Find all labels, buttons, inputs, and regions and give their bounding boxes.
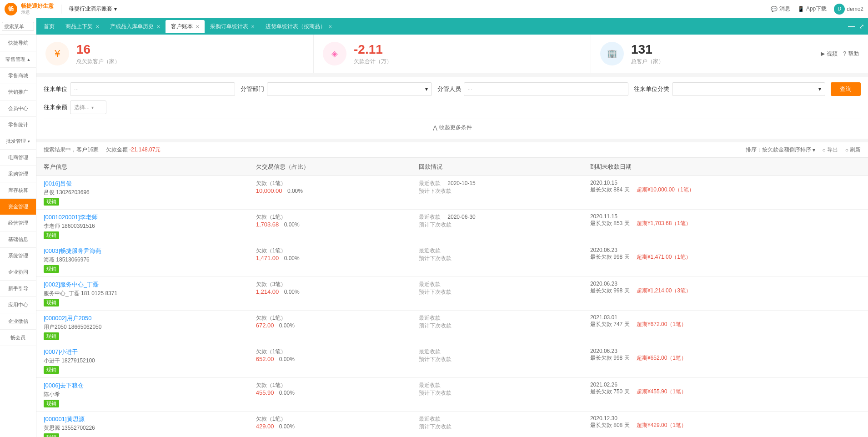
next-collection-label: 预计下次收款	[419, 221, 452, 228]
query-button[interactable]: 查询	[831, 82, 861, 96]
tab-home[interactable]: 首页	[38, 20, 60, 33]
sidebar-label: 应用中心	[8, 302, 28, 307]
sidebar-label: 采购管理	[8, 171, 28, 176]
sidebar-label: 新手引导	[8, 286, 28, 291]
next-collection-row: 预计下次收款	[419, 288, 576, 296]
sidebar-label: 企业协同	[8, 269, 28, 275]
sidebar-label: 快捷导航	[8, 40, 28, 45]
result-summary-text: 搜索结果中，客户16家	[44, 146, 99, 153]
overdue-amount-link[interactable]: 超期¥1,214.00（3笔）	[637, 287, 691, 294]
customer-name-link[interactable]: [0003]畅捷服务尹海燕	[44, 247, 101, 254]
tab-close-icon[interactable]: ✕	[251, 24, 255, 29]
sidebar-item-marketing[interactable]: 营销推广	[0, 84, 36, 100]
tab-close-icon[interactable]: ✕	[328, 24, 332, 29]
overdue-amount-link[interactable]: 超期¥1,471.00（1笔）	[637, 254, 691, 260]
tab-goods[interactable]: 商品上下架 ✕	[60, 20, 105, 33]
collapse-label: 收起更多条件	[439, 124, 472, 131]
stat-number-customers: 16	[76, 42, 120, 57]
from-unit-input[interactable]: ···	[70, 82, 235, 96]
overdue-amount-link[interactable]: 超期¥1,703.68（1笔）	[637, 220, 691, 226]
export-icon: ○	[823, 147, 826, 153]
tab-customer-account[interactable]: 客户账本 ✕	[166, 20, 205, 33]
sidebar-item-purchase[interactable]: 采购管理	[0, 166, 36, 182]
last-collection-label: 最近收款	[419, 382, 441, 388]
overdue-amount-link[interactable]: 超期¥429.00（1笔）	[637, 422, 687, 428]
overdue-amount-link[interactable]: 超期¥652.00（1笔）	[637, 355, 687, 361]
balance-select[interactable]: 选择... ▾	[70, 100, 106, 114]
refresh-btn[interactable]: ○ 刷新	[845, 146, 861, 154]
sidebar-item-member-plus[interactable]: 畅会员	[0, 330, 36, 346]
stat-info-3: 131 总客户（家）	[631, 42, 664, 65]
customer-name-link[interactable]: [0007]小进干	[44, 348, 78, 355]
tenant-selector[interactable]: 母婴行业演示账套 ▾	[69, 5, 117, 13]
overdue-info-row: 最长欠款 884 天 超期¥10,000.00（1笔）	[590, 186, 861, 194]
sidebar-label: 批发管理	[6, 138, 26, 144]
table-row: [0001020001]李老师 李老师 18600391516 现销 欠款（1笔…	[36, 210, 868, 243]
last-collection-row: 最近收款	[419, 281, 576, 288]
message-btn[interactable]: 💬 消息	[771, 5, 790, 13]
tab-close-icon[interactable]: ✕	[196, 24, 199, 29]
sidebar-item-retail-mgmt[interactable]: 零售管理 ▲	[0, 51, 36, 68]
debt-count: 欠款（1笔）	[256, 415, 404, 423]
customer-name-link[interactable]: [0002]服务中心_丁磊	[44, 281, 99, 288]
customer-name-link[interactable]: [0001020001]李老师	[44, 214, 98, 221]
sidebar-item-guide[interactable]: 新手引导	[0, 281, 36, 297]
help-action[interactable]: ? 帮助	[843, 50, 859, 58]
overdue-amount-link[interactable]: 超期¥10,000.00（1笔）	[637, 186, 694, 193]
filter-from-unit: 往来单位 ···	[44, 82, 235, 96]
sidebar-item-appcenter[interactable]: 应用中心	[0, 297, 36, 313]
sidebar-item-inventory[interactable]: 库存核算	[0, 182, 36, 199]
stat-label-debt: 欠款合计（万）	[354, 58, 392, 65]
sidebar-item-ops[interactable]: 经营管理	[0, 215, 36, 231]
customer-tag: 现销	[44, 265, 59, 273]
sidebar-item-quick-nav[interactable]: 快捷导航	[0, 35, 36, 51]
sidebar-item-sys[interactable]: 系统管理	[0, 248, 36, 264]
fullscreen-icon[interactable]: ⤢	[859, 23, 864, 30]
tab-close-icon[interactable]: ✕	[156, 24, 160, 29]
search-input[interactable]	[2, 22, 34, 31]
tenant-name: 母婴行业演示账套	[69, 5, 112, 13]
dept-select[interactable]: ▾	[267, 82, 432, 96]
customer-name-link[interactable]: [0016]吕俊	[44, 180, 72, 187]
tab-stock-stats[interactable]: 进货单统计表（按商品） ✕	[260, 20, 337, 33]
overdue-info-row: 最长欠款 853 天 超期¥1,703.68（1笔）	[590, 220, 861, 227]
sidebar-label: 零售商城	[8, 73, 28, 78]
app-download-btn[interactable]: 📱 App下载	[798, 5, 827, 13]
sidebar-item-enterprise[interactable]: 企业协同	[0, 264, 36, 281]
tab-close-icon[interactable]: ✕	[95, 24, 99, 29]
stat-card-total-debt: ◈ -2.11 欠款合计（万）	[314, 35, 591, 73]
user-menu[interactable]: D demo2	[834, 4, 863, 15]
overdue-days: 最长欠款 998 天	[590, 254, 635, 260]
sidebar-item-retail-stats[interactable]: 零售统计	[0, 117, 36, 133]
tab-stock-history[interactable]: 产成品入库单历史 ✕	[105, 20, 166, 33]
video-action[interactable]: ▶ 视频	[821, 50, 838, 58]
sidebar-item-batch-mgmt[interactable]: 批发管理 ▾	[0, 133, 36, 150]
tab-label: 产成品入库单历史	[110, 23, 154, 30]
manager-input[interactable]: ···	[464, 82, 629, 96]
customer-name-link[interactable]: [000001]黄思源	[44, 416, 85, 422]
sidebar-item-wechat[interactable]: 企业微信	[0, 313, 36, 330]
overdue-amount-link[interactable]: 超期¥455.90（1笔）	[637, 388, 687, 395]
overdue-amount-link[interactable]: 超期¥672.00（1笔）	[637, 321, 687, 327]
sidebar-label: 营销推广	[8, 89, 28, 95]
collapse-button[interactable]: ⋀ 收起更多条件	[44, 122, 861, 133]
sidebar-label: 基础信息	[8, 236, 28, 242]
customer-name-link[interactable]: [0006]去下粮仓	[44, 382, 84, 389]
sidebar-item-basic[interactable]: 基础信息	[0, 231, 36, 248]
category-select[interactable]: ▾	[672, 82, 825, 96]
sidebar-item-ecommerce[interactable]: 电商管理	[0, 150, 36, 166]
debt-amount: 1,214.00	[256, 288, 279, 295]
sidebar-item-retail-store[interactable]: 零售商城	[0, 68, 36, 84]
export-btn[interactable]: ○ 导出	[823, 146, 838, 154]
debt-amount-row: 10,000.00 0.00%	[256, 187, 404, 194]
sidebar-label: 会员中心	[8, 105, 28, 111]
sidebar-item-member[interactable]: 会员中心	[0, 100, 36, 117]
minimize-icon[interactable]: —	[848, 22, 855, 30]
customer-name-link[interactable]: [000002]用户2050	[44, 315, 92, 321]
tab-purchase-stats[interactable]: 采购订单统计表 ✕	[205, 20, 260, 33]
result-amount-value: -21,148.07元	[129, 146, 161, 153]
dots-icon: ···	[74, 86, 79, 92]
sidebar-item-finance[interactable]: 资金管理	[0, 199, 36, 215]
customer-tag: 现销	[44, 366, 59, 374]
table-row: [0007]小进干 小进干 18279152100 现销 欠款（1笔） 652.…	[36, 344, 868, 378]
